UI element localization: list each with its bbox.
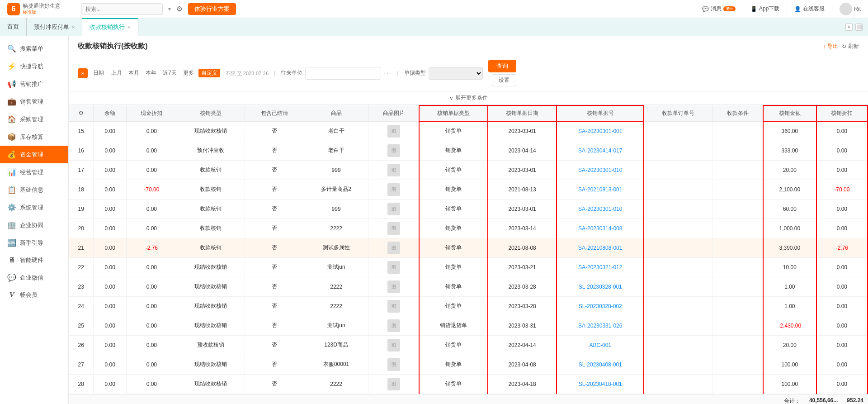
sidebar-item-sysadmin[interactable]: ⚙️ 系统管理 xyxy=(0,199,68,216)
cell-collection-order-no xyxy=(644,257,712,277)
cell-writeoff-amount: 10.00 xyxy=(763,257,816,277)
cell-write-off-type: 收款核销 xyxy=(177,199,245,219)
message-btn[interactable]: 💬 消息 99+ xyxy=(702,5,736,13)
cell-no: 25 xyxy=(69,316,94,335)
online-service-btn[interactable]: 👤 在线客服 xyxy=(794,5,825,13)
sidebar-item-finance[interactable]: 💰 资金管理 xyxy=(0,146,68,163)
writeoff-bill-no-link[interactable]: SA-20210813-001 xyxy=(578,186,622,193)
sidebar-item-inventory[interactable]: 📦 库存核算 xyxy=(0,128,68,146)
expand-more-bar[interactable]: ∨ 展开更多条件 xyxy=(69,91,868,105)
cell-write-off-type: 现结收款核销 xyxy=(177,257,245,277)
filter-expand-button[interactable]: » xyxy=(78,68,88,78)
cell-writeoff-bill-date: 2023-03-14 xyxy=(488,219,557,238)
sidebar-item-basicinfo[interactable]: 📋 基础信息 xyxy=(0,181,68,199)
sidebar-item-wechat[interactable]: 💬 企业微信 xyxy=(0,269,68,286)
col-header-writeoff-bill-type: 核销单据类型 xyxy=(419,105,488,121)
sidebar-item-quicknav[interactable]: ⚡ 快捷导航 xyxy=(0,57,68,75)
cell-include-cleared: 否 xyxy=(245,316,304,335)
table-row: 25 0.00 0.00 现结收款核销 否 测试jun 图 销货退货单 2023… xyxy=(69,316,868,335)
cell-writeoff-discount: 0.00 xyxy=(816,335,868,355)
user-avatar[interactable]: Rit xyxy=(840,3,861,15)
cell-collection-order-no xyxy=(644,141,712,160)
date-btn-last-month[interactable]: 上月 xyxy=(109,68,124,78)
source-unit-input[interactable] xyxy=(305,67,381,80)
query-btn-group: 查询 设置 xyxy=(488,60,516,86)
cell-balance: 0.00 xyxy=(94,199,127,219)
voucher-type-select[interactable] xyxy=(429,67,483,80)
writeoff-bill-no-link[interactable]: SA-20210808-001 xyxy=(578,245,622,251)
sidebar-item-vip[interactable]: V 畅会员 xyxy=(0,286,68,304)
writeoff-bill-no-link[interactable]: SL-20230418-001 xyxy=(579,381,622,387)
date-btn-this-month[interactable]: 本月 xyxy=(127,68,141,78)
tab-home[interactable]: 首页 xyxy=(0,18,27,36)
cell-balance: 0.00 xyxy=(94,219,127,238)
cell-writeoff-bill-no: SA-20230321-012 xyxy=(557,257,644,277)
date-btn-more[interactable]: 更多 xyxy=(181,68,196,78)
writeoff-bill-no-link[interactable]: SA-20230301-010 xyxy=(578,206,622,212)
sidebar-item-search[interactable]: 🔍 搜索菜单 xyxy=(0,40,68,57)
cell-cash-discount: 0.00 xyxy=(127,141,177,160)
cell-write-off-type: 预收款核销 xyxy=(177,335,245,355)
date-custom-btn[interactable]: 自定义 xyxy=(198,69,220,77)
cell-cash-discount: 0.00 xyxy=(127,257,177,277)
settings-button[interactable]: 设置 xyxy=(492,74,516,86)
sidebar-item-guide[interactable]: 🆕 新手引导 xyxy=(0,234,68,252)
chevron-down-icon[interactable]: ▾ xyxy=(168,6,171,12)
close-window-btn[interactable]: × xyxy=(845,24,853,31)
vip-icon: V xyxy=(7,291,16,299)
top-right-actions: 💬 消息 99+ 📱 App下载 👤 在线客服 Rit xyxy=(702,3,861,15)
sidebar-item-enterprise[interactable]: 🏢 企业协同 xyxy=(0,216,68,234)
writeoff-bill-no-link[interactable]: SA-20230321-012 xyxy=(578,264,622,271)
query-button[interactable]: 查询 xyxy=(488,60,516,72)
writeoff-bill-no-link[interactable]: SA-20230331-026 xyxy=(578,323,622,329)
writeoff-bill-no-link[interactable]: SA-20230414-017 xyxy=(578,147,622,154)
cell-writeoff-bill-date: 2023-03-28 xyxy=(488,277,557,296)
search-input[interactable] xyxy=(81,3,163,15)
writeoff-bill-no-link[interactable]: SL-20230408-001 xyxy=(579,361,622,368)
product-image-cell: 图 xyxy=(368,374,419,394)
table-wrapper[interactable]: ⚙ 余额 现金折扣 核销类型 包含已结清 商品 商品图片 核销单据类型 核销单据… xyxy=(69,105,868,394)
writeoff-bill-no-link[interactable]: SA-20230301-010 xyxy=(578,167,622,173)
tab-prepay-close[interactable]: × xyxy=(72,24,75,30)
cell-cash-discount: -2.76 xyxy=(127,238,177,257)
purchase-icon: 🏠 xyxy=(7,115,16,124)
tab-collection-close[interactable]: × xyxy=(127,24,130,30)
writeoff-bill-no-link[interactable]: SL-20230328-001 xyxy=(579,284,622,290)
cell-balance: 0.00 xyxy=(94,121,127,141)
cell-collection-order-no xyxy=(644,374,712,394)
sidebar-label-search: 搜索菜单 xyxy=(20,45,43,53)
refresh-button[interactable]: ↻ 刷新 xyxy=(842,43,859,50)
sidebar-item-purchase[interactable]: 🏠 采购管理 xyxy=(0,110,68,128)
chevron-down-expand-icon: ∨ xyxy=(449,95,453,101)
sidebar-item-operations[interactable]: 📊 经营管理 xyxy=(0,163,68,181)
table-header-row: ⚙ 余额 现金折扣 核销类型 包含已结清 商品 商品图片 核销单据类型 核销单据… xyxy=(69,105,868,121)
sysadmin-icon: ⚙️ xyxy=(7,203,16,212)
maximize-window-btn[interactable]: ⬜ xyxy=(855,24,863,31)
hardware-icon: 🖥 xyxy=(7,256,16,264)
cell-include-cleared: 否 xyxy=(245,257,304,277)
cell-no: 27 xyxy=(69,355,94,374)
col-header-writeoff-bill-no: 核销单据号 xyxy=(557,105,644,121)
writeoff-bill-no-link[interactable]: SA-20230301-001 xyxy=(578,128,622,134)
app-download-btn[interactable]: 📱 App下载 xyxy=(750,5,779,13)
cell-writeoff-amount: 60.00 xyxy=(763,199,816,219)
sidebar-item-marketing[interactable]: 📢 营销推广 xyxy=(0,75,68,93)
cell-collection-terms xyxy=(712,219,763,238)
export-button[interactable]: ↑ 导出 xyxy=(823,43,838,50)
writeoff-bill-no-link[interactable]: SL-20230328-002 xyxy=(579,303,622,309)
writeoff-bill-no-link[interactable]: SA-20230314-008 xyxy=(578,225,622,232)
solution-button[interactable]: 体验行业方案 xyxy=(188,3,236,15)
tab-collection[interactable]: 收款核销执行 × xyxy=(82,18,138,36)
cell-writeoff-amount: 333.00 xyxy=(763,141,816,160)
more-dots[interactable]: ··· xyxy=(384,70,392,76)
sidebar-item-hardware[interactable]: 🖥 智能硬件 xyxy=(0,252,68,269)
tab-prepay[interactable]: 预付冲应付单 × xyxy=(27,18,82,36)
sidebar-item-sales[interactable]: 💼 销售管理 xyxy=(0,93,68,110)
cell-writeoff-bill-type: 销货单 xyxy=(419,199,488,219)
date-btn-7days[interactable]: 近7天 xyxy=(161,68,179,78)
logo-icon: 6 xyxy=(7,3,20,15)
writeoff-bill-no-link[interactable]: ABC-001 xyxy=(589,342,611,348)
date-btn-this-year[interactable]: 本年 xyxy=(144,68,158,78)
cell-writeoff-discount: 0.00 xyxy=(816,121,868,141)
gear-icon[interactable]: ⚙ xyxy=(176,5,183,13)
